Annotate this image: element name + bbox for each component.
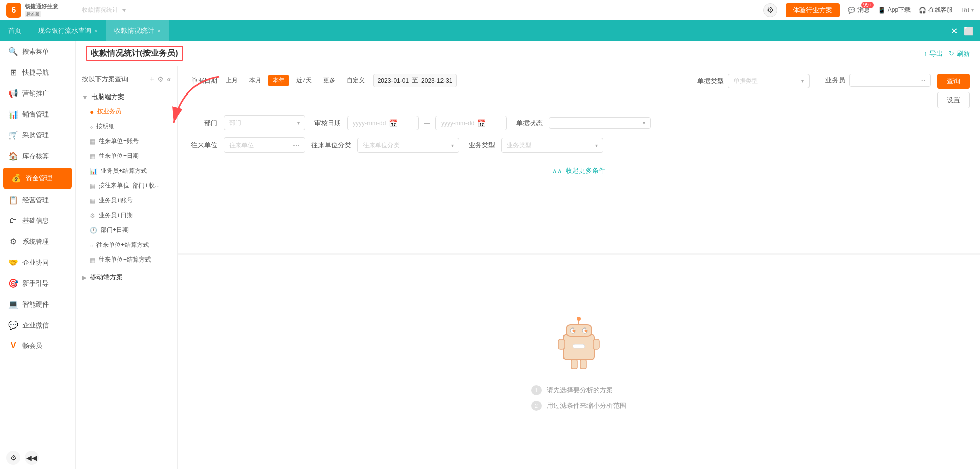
date-input-group[interactable]: 2023-01-01 至 2023-12-31 <box>373 74 457 87</box>
tab-cashflow-label: 现金银行流水查询 <box>38 26 91 35</box>
maximize-icon[interactable]: ⬜ <box>964 26 974 36</box>
counterpart-more-icon[interactable]: ··· <box>293 140 300 150</box>
scheme-group-desktop-title[interactable]: ▼ 电脑端方案 <box>76 90 177 104</box>
sidebar-item-operation[interactable]: 📋 经营管理 <box>0 190 75 210</box>
sidebar-item-member[interactable]: V 畅会员 <box>0 336 75 356</box>
scheme-group-mobile-title[interactable]: ▶ 移动端方案 <box>76 270 177 285</box>
sidebar-settings-btn[interactable]: ⚙ <box>6 451 20 465</box>
sidebar-collapse-btn[interactable]: ◀◀ <box>24 451 39 465</box>
sidebar-item-search[interactable]: 🔍 搜索菜单 <box>0 41 75 62</box>
basic-icon: 🗂 <box>8 216 18 225</box>
scheme-item-unit-account-icon: ▦ <box>90 138 95 145</box>
breadcrumb-chevron: ▾ <box>122 7 126 14</box>
scheme-item-salesman-account[interactable]: ▦ 业务员+账号 <box>76 193 177 208</box>
close-window-icon[interactable]: ✕ <box>951 26 958 36</box>
counterpart-select[interactable]: 往来单位 ··· <box>224 137 305 153</box>
date-tab-more[interactable]: 更多 <box>319 75 339 86</box>
scheme-header: 按以下方案查询 + ⚙ « <box>76 72 177 87</box>
dept-select[interactable]: 部门 ▾ <box>224 115 305 130</box>
scheme-item-detail[interactable]: ⬦ 按明细 <box>76 119 177 134</box>
date-tab-thisyear[interactable]: 本年 <box>268 75 289 86</box>
date-tab-custom[interactable]: 自定义 <box>342 75 369 86</box>
review-date-start-input[interactable]: yyyy-mm-dd 📅 <box>347 116 419 130</box>
gear-button[interactable]: ⚙ <box>763 3 777 17</box>
tab-cashflow[interactable]: 现金银行流水查询 × <box>30 20 106 41</box>
scheme-item-unit-dept-collect-label: 按往来单位+部门+收... <box>99 181 160 190</box>
biz-type-select[interactable]: 业务类型 ▾ <box>501 138 603 153</box>
filter-layout: 按以下方案查询 + ⚙ « ▼ 电脑端方案 ● 按业务员 <box>76 66 980 469</box>
doctype-select[interactable]: 单据类型 ▾ <box>728 74 810 88</box>
user-name: Rit <box>961 6 969 14</box>
tab-cashflow-close[interactable]: × <box>94 28 97 34</box>
sidebar-item-guide[interactable]: 🎯 新手引导 <box>0 273 75 294</box>
system-icon: ⚙ <box>8 237 18 246</box>
scheme-item-salesman-account-icon: ▦ <box>90 197 95 204</box>
scheme-settings-btn[interactable]: ⚙ <box>157 75 164 83</box>
tab-collection-close[interactable]: × <box>157 28 160 34</box>
review-date-end-input[interactable]: yyyy-mm-dd 📅 <box>435 116 507 130</box>
scheme-item-salesman-settle[interactable]: 📊 业务员+结算方式 <box>76 163 177 178</box>
scheme-add-btn[interactable]: + <box>150 75 154 84</box>
scheme-item-unit-settle2[interactable]: ▦ 往来单位+结算方式 <box>76 252 177 267</box>
sidebar-item-basic-label: 基础信息 <box>22 216 49 225</box>
sidebar-item-system[interactable]: ⚙ 系统管理 <box>0 231 75 252</box>
calendar-icon-start[interactable]: 📅 <box>389 119 398 127</box>
salesman-more-icon[interactable]: ··· <box>920 77 925 84</box>
sidebar-item-finance[interactable]: 💰 资金管理 <box>3 168 72 189</box>
calendar-icon-end[interactable]: 📅 <box>477 119 486 127</box>
sidebar-item-weixin[interactable]: 💬 企业微信 <box>0 315 75 336</box>
scheme-item-unit-dept-collect[interactable]: ▦ 按往来单位+部门+收... <box>76 178 177 193</box>
counterpart-category-text: 往来单位分类 <box>363 141 400 150</box>
sidebar-item-quicknav[interactable]: ⊞ 快捷导航 <box>0 62 75 83</box>
collapse-button[interactable]: ∧∧ 收起更多条件 <box>549 163 608 178</box>
salesman-select[interactable]: ··· <box>849 74 931 87</box>
date-tab-thismonth[interactable]: 本月 <box>245 75 265 86</box>
tab-collection-label: 收款情况统计 <box>114 26 154 35</box>
query-button[interactable]: 查询 <box>937 74 970 89</box>
scheme-item-salesman[interactable]: ● 按业务员 <box>76 104 177 119</box>
sidebar-item-marketing[interactable]: 📢 营销推广 <box>0 83 75 104</box>
sidebar-item-hardware[interactable]: 💻 智能硬件 <box>0 294 75 315</box>
scheme-item-unit-settle1[interactable]: ⬦ 往来单位+结算方式 <box>76 238 177 252</box>
message-badge: 99+ <box>861 2 874 8</box>
scheme-collapse-btn[interactable]: « <box>167 75 171 83</box>
sidebar-item-collab[interactable]: 🤝 企业协同 <box>0 252 75 273</box>
scheme-item-dept-date[interactable]: 🕐 部门+日期 <box>76 223 177 238</box>
sidebar-item-inventory[interactable]: 🏠 库存核算 <box>0 146 75 167</box>
scheme-item-unit-account[interactable]: ▦ 往来单位+账号 <box>76 134 177 149</box>
date-tab-7days[interactable]: 近7天 <box>292 75 316 86</box>
app-download-button[interactable]: 📱 App下载 <box>878 6 911 14</box>
sidebar-item-basic[interactable]: 🗂 基础信息 <box>0 210 75 231</box>
doc-status-select[interactable]: ▾ <box>549 117 651 129</box>
step-1-text: 请先选择要分析的方案 <box>547 386 613 395</box>
sidebar-item-marketing-label: 营销推广 <box>22 89 49 98</box>
scheme-group-mobile: ▶ 移动端方案 <box>76 270 177 285</box>
logo-icon: 6 <box>6 3 21 18</box>
date-tab-lastmonth[interactable]: 上月 <box>222 75 242 86</box>
scheme-item-detail-label: 按明细 <box>96 122 115 131</box>
tab-home[interactable]: 首页 <box>0 20 30 41</box>
scheme-panel: 按以下方案查询 + ⚙ « ▼ 电脑端方案 ● 按业务员 <box>76 66 178 469</box>
online-service-button[interactable]: 🎧 在线客服 <box>919 6 953 14</box>
export-button[interactable]: ↑ 导出 <box>924 49 943 58</box>
scheme-item-unit-date[interactable]: ▦ 往来单位+日期 <box>76 149 177 163</box>
sidebar-item-purchase-label: 采购管理 <box>22 131 49 140</box>
sidebar-item-purchase[interactable]: 🛒 采购管理 <box>0 125 75 146</box>
settings-button[interactable]: 设置 <box>937 92 970 108</box>
trial-button[interactable]: 体验行业方案 <box>786 3 840 17</box>
counterpart-category-chevron: ▾ <box>451 143 454 148</box>
refresh-button[interactable]: ↻ 刷新 <box>949 49 970 58</box>
online-service-label: 在线客服 <box>928 6 953 14</box>
top-breadcrumb: 收款情况统计 <box>82 6 118 14</box>
salesman-label: 业务员 <box>816 76 845 85</box>
guide-icon: 🎯 <box>8 278 18 288</box>
tab-collection[interactable]: 收款情况统计 × <box>106 20 169 41</box>
sidebar-item-system-label: 系统管理 <box>22 237 49 246</box>
date-start-value: 2023-01-01 <box>378 77 409 84</box>
message-button[interactable]: 💬 消息 99+ <box>848 6 870 14</box>
user-button[interactable]: Rit ▾ <box>961 6 974 14</box>
counterpart-category-select[interactable]: 往来单位分类 ▾ <box>357 138 459 153</box>
sidebar-item-sales[interactable]: 📊 销售管理 <box>0 104 75 125</box>
scheme-item-salesman-date[interactable]: ⚙ 业务员+日期 <box>76 208 177 223</box>
empty-illustration <box>548 314 609 375</box>
